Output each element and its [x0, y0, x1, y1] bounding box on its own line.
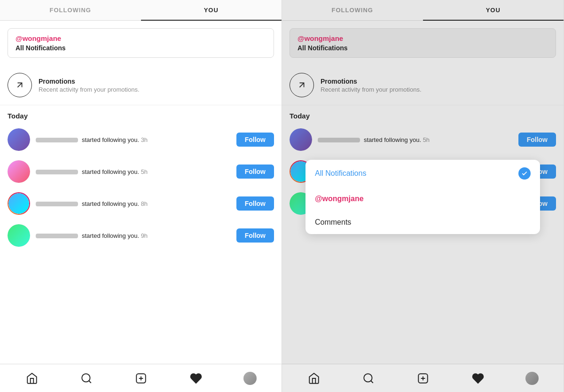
promotions-subtitle: Recent activity from your promotions. — [39, 86, 140, 93]
right-panel: FOLLOWING YOU @wongmjane All Notificatio… — [282, 0, 564, 392]
notif-text-1: started following you. 3h — [36, 136, 231, 143]
dropdown-item-comments[interactable]: Comments — [306, 211, 540, 234]
avatar-2[interactable] — [8, 160, 30, 183]
add-nav-left[interactable] — [134, 371, 148, 385]
home-nav-left[interactable] — [25, 371, 39, 385]
checkmark-icon — [521, 170, 528, 177]
notif-item-4: started following you. 9h Follow — [0, 220, 282, 251]
avatar-1[interactable] — [8, 128, 30, 151]
bottom-nav-left — [0, 364, 282, 392]
username-blur-2 — [36, 170, 78, 174]
promotions-title: Promotions — [39, 78, 140, 85]
notif-text-3: started following you. 8h — [36, 200, 231, 207]
notif-action-1: started following you. — [82, 136, 141, 143]
check-icon — [518, 167, 531, 180]
svg-line-0 — [17, 83, 22, 87]
search-icon — [80, 372, 93, 384]
username-blur-1 — [36, 138, 78, 142]
dropdown-item-username[interactable]: @wongmjane — [306, 187, 540, 211]
promotions-text: Promotions Recent activity from your pro… — [39, 78, 140, 93]
follow-button-4[interactable]: Follow — [236, 228, 274, 243]
notif-item-1: started following you. 3h Follow — [0, 124, 282, 156]
profile-avatar-nav-left[interactable] — [243, 372, 257, 385]
dropdown-label-all: All Notifications — [315, 169, 366, 178]
notif-item-3: started following you. 8h Follow — [0, 188, 282, 220]
promotions-icon — [8, 73, 32, 97]
notification-dropdown[interactable]: All Notifications @wongmjane Comments — [306, 160, 540, 234]
notif-action-4: started following you. — [82, 232, 141, 239]
avatar-4[interactable] — [8, 224, 30, 247]
promotions-section[interactable]: Promotions Recent activity from your pro… — [0, 65, 282, 105]
notif-filter[interactable]: @wongmjane All Notifications — [8, 28, 274, 58]
search-nav-left[interactable] — [79, 371, 94, 385]
dropdown-item-all-notifications[interactable]: All Notifications — [306, 160, 540, 187]
filter-username: @wongmjane — [16, 34, 266, 42]
notif-action-2: started following you. — [82, 168, 141, 175]
filter-label: All Notifications — [16, 44, 266, 52]
username-blur-3 — [36, 202, 78, 206]
today-label: Today — [0, 105, 282, 124]
heart-icon — [190, 372, 202, 384]
svg-point-1 — [82, 374, 90, 382]
notif-text-4: started following you. 9h — [36, 232, 231, 239]
follow-button-3[interactable]: Follow — [236, 196, 274, 211]
follow-button-1[interactable]: Follow — [236, 133, 274, 147]
tab-following[interactable]: FOLLOWING — [0, 0, 141, 20]
notif-action-3: started following you. — [82, 200, 141, 207]
avatar-3[interactable] — [8, 192, 30, 215]
svg-line-2 — [89, 381, 91, 383]
tab-you[interactable]: YOU — [141, 0, 282, 20]
notif-time-4: 9h — [141, 232, 148, 239]
notif-time-2: 5h — [141, 168, 148, 175]
notif-text-2: started following you. 5h — [36, 168, 231, 175]
home-icon — [26, 372, 38, 384]
panel-content-left: @wongmjane All Notifications Promotions … — [0, 21, 282, 392]
heart-nav-left[interactable] — [189, 371, 203, 385]
notif-item-2: started following you. 5h Follow — [0, 156, 282, 188]
username-blur-4 — [36, 234, 78, 238]
add-icon — [135, 372, 147, 384]
dropdown-label-username: @wongmjane — [315, 195, 364, 203]
tabs-bar: FOLLOWING YOU — [0, 0, 282, 21]
notif-time-3: 8h — [141, 200, 148, 207]
follow-button-2[interactable]: Follow — [236, 165, 274, 179]
dropdown-label-comments: Comments — [315, 218, 351, 227]
left-panel: FOLLOWING YOU @wongmjane All Notificatio… — [0, 0, 282, 392]
notif-time-1: 3h — [141, 136, 148, 143]
arrow-up-right-icon — [15, 80, 25, 90]
